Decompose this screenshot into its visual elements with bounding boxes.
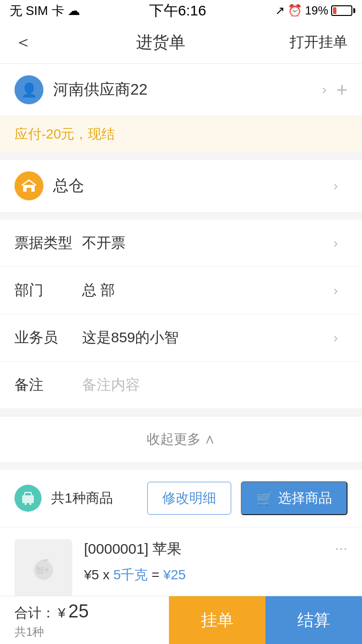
product-info: [0000001] 苹果 ¥5 x 5千克 = ¥25 — [84, 539, 323, 584]
supplier-avatar: 👤 — [14, 75, 43, 104]
product-header: 共1种商品 修改明细 🛒 选择商品 — [0, 470, 362, 527]
status-bar: 无 SIM 卡 ☁ 下午6:16 ↗ ⏰ 19% — [0, 0, 362, 21]
hang-button[interactable]: 挂单 — [169, 596, 265, 644]
product-price-row: ¥5 x 5千克 = ¥25 — [84, 566, 323, 584]
select-product-button[interactable]: 🛒 选择商品 — [241, 481, 348, 515]
nav-bar: ＜ 进货单 打开挂单 — [0, 21, 362, 64]
total-symbol: ¥ — [58, 605, 66, 621]
battery-fill — [333, 7, 336, 14]
form-row-invoice[interactable]: 票据类型 不开票 › — [0, 220, 362, 267]
form-row-note[interactable]: 备注 备注内容 — [0, 362, 362, 408]
svg-rect-1 — [27, 188, 31, 192]
edit-detail-button[interactable]: 修改明细 — [147, 482, 231, 515]
status-left: 无 SIM 卡 ☁ — [10, 2, 80, 19]
product-code: [0000001] — [84, 541, 148, 557]
footer-count: 共1种 — [14, 624, 44, 640]
select-product-label: 选择商品 — [278, 489, 332, 507]
product-menu-button[interactable]: ··· — [334, 539, 348, 557]
warehouse-arrow-icon: › — [334, 178, 338, 194]
svg-text:智+: 智+ — [36, 565, 50, 575]
salesperson-value: 这是859的小智 — [82, 328, 334, 348]
product-equals-sign: = — [152, 567, 163, 582]
back-button[interactable]: ＜ — [14, 30, 32, 54]
product-unit-price: ¥5 — [84, 567, 99, 582]
battery-icon — [331, 5, 352, 16]
product-section-icon — [14, 485, 42, 512]
product-thumb-icon: 智+ — [28, 553, 59, 584]
add-button[interactable]: + — [336, 79, 348, 101]
supplier-name: 河南供应商22 — [53, 79, 322, 100]
main-content: 👤 河南供应商22 › + 应付-20元，现结 总仓 › 票据类型 不开票 — [0, 64, 362, 644]
warehouse-row[interactable]: 总仓 › — [0, 160, 362, 212]
warehouse-icon — [14, 171, 43, 200]
form-row-salesperson[interactable]: 业务员 这是859的小智 › — [0, 314, 362, 362]
sim-label: 无 SIM 卡 ☁ — [10, 2, 80, 19]
warehouse-name: 总仓 — [53, 175, 334, 196]
dept-value: 总 部 — [82, 280, 334, 300]
status-time: 下午6:16 — [149, 1, 206, 21]
avatar-icon: 👤 — [21, 82, 38, 98]
total-label: 合计： — [14, 604, 55, 622]
cart-icon — [20, 490, 36, 506]
settle-button[interactable]: 结算 — [265, 596, 362, 644]
open-hang-button[interactable]: 打开挂单 — [290, 32, 348, 52]
form-card: 票据类型 不开票 › 部门 总 部 › 业务员 这是859的小智 › 备注 备注… — [0, 220, 362, 408]
product-name: [0000001] 苹果 — [84, 539, 323, 559]
invoice-label: 票据类型 — [14, 233, 82, 253]
note-label: 备注 — [14, 375, 82, 395]
svg-rect-2 — [22, 495, 34, 503]
battery-label: 19% — [305, 4, 328, 17]
footer: 合计： ¥ 25 共1种 挂单 结算 — [0, 596, 362, 644]
warning-banner: 应付-20元，现结 — [0, 116, 362, 152]
product-quantity: 5千克 — [113, 567, 148, 582]
warehouse-card[interactable]: 总仓 › — [0, 160, 362, 212]
collapse-button[interactable]: 收起更多 ∧ — [0, 416, 362, 462]
svg-point-4 — [29, 503, 31, 505]
footer-total: 合计： ¥ 25 共1种 — [0, 596, 169, 644]
product-thumbnail: 智+ — [14, 539, 72, 597]
alarm-icon: ⏰ — [288, 4, 302, 17]
invoice-arrow-icon: › — [334, 236, 338, 251]
footer-total-line1: 合计： ¥ 25 — [14, 601, 89, 622]
dept-label: 部门 — [14, 280, 82, 300]
select-product-icon: 🛒 — [256, 490, 273, 506]
product-multiply-sign: x — [103, 567, 113, 582]
salesperson-arrow-icon: › — [334, 330, 338, 346]
page-title: 进货单 — [136, 31, 185, 54]
supplier-arrow-icon: › — [322, 82, 326, 98]
svg-point-3 — [25, 503, 27, 505]
status-right: ↗ ⏰ 19% — [275, 4, 352, 17]
supplier-row[interactable]: 👤 河南供应商22 › + — [0, 64, 362, 116]
dept-arrow-icon: › — [334, 283, 338, 298]
location-icon: ↗ — [275, 4, 285, 17]
invoice-value: 不开票 — [82, 233, 334, 253]
product-title: 苹果 — [153, 541, 181, 557]
total-amount: 25 — [69, 601, 89, 622]
product-count: 共1种商品 — [51, 489, 138, 507]
note-value[interactable]: 备注内容 — [82, 375, 348, 395]
supplier-card: 👤 河南供应商22 › + 应付-20元，现结 — [0, 64, 362, 152]
form-row-dept[interactable]: 部门 总 部 › — [0, 267, 362, 314]
warehouse-svg — [20, 177, 38, 195]
product-total: ¥25 — [163, 567, 186, 582]
salesperson-label: 业务员 — [14, 328, 82, 348]
